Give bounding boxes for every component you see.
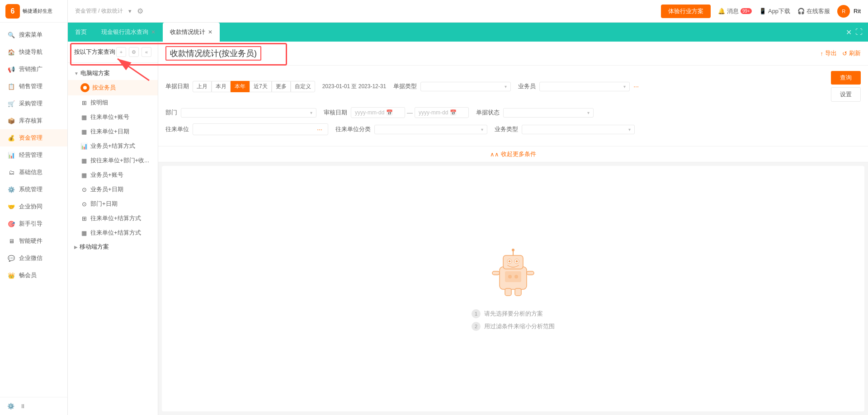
date-tab-thisyear[interactable]: 本年 — [231, 81, 250, 92]
user-name: Rit — [854, 8, 861, 14]
dept-select[interactable]: ▾ — [181, 108, 316, 118]
tree-item-salesperson-settlement[interactable]: 📊 业务员+结算方式 — [68, 139, 158, 153]
filter-row-1: 单据日期 上月 本月 本年 近7天 更多 自定义 2023-01-01 至 20… — [165, 71, 861, 102]
user-avatar: R — [837, 5, 850, 18]
tree-group-desktop-title[interactable]: ▼ 电脑端方案 — [68, 66, 158, 80]
query-button[interactable]: 查询 — [831, 71, 861, 85]
notification-btn[interactable]: 🔔 消息 99+ — [718, 7, 752, 15]
gear-settings-icon[interactable]: ⚙ — [137, 7, 143, 15]
tab-home[interactable]: 首页 — [68, 28, 94, 36]
collapse-panel-btn[interactable]: « — [142, 47, 151, 57]
tab-close-all-icon[interactable]: ✕ — [846, 28, 852, 37]
sidebar-item-wechat[interactable]: 💬 企业微信 — [0, 250, 67, 267]
sidebar-item-purchase[interactable]: 🛒 采购管理 — [0, 95, 67, 112]
biz-type-filter-item: 业务类型 ▾ — [495, 125, 635, 134]
sidebar-item-operations[interactable]: 📊 经营管理 — [0, 146, 67, 164]
sidebar-item-inventory[interactable]: 📦 库存核算 — [0, 112, 67, 129]
chevron-down-icon[interactable]: ▾ — [128, 8, 132, 14]
manage-scheme-btn[interactable]: ⚙ — [129, 47, 139, 57]
settings-button[interactable]: 设置 — [831, 87, 861, 102]
sidebar-item-marketing[interactable]: 📢 营销推广 — [0, 61, 67, 78]
tab-collection-stats[interactable]: 收款情况统计 ✕ — [163, 23, 220, 42]
tree-item-by-detail[interactable]: ⊞ 按明细 — [68, 95, 158, 110]
partner-select[interactable]: ··· — [193, 123, 328, 135]
service-icon: 🎧 — [797, 8, 805, 14]
salesperson-select[interactable]: ▾ — [539, 82, 630, 91]
calendar-icon-1: 📅 — [386, 109, 393, 116]
add-scheme-btn[interactable]: + — [116, 47, 126, 57]
hardware-icon: 🖥 — [7, 237, 15, 245]
tree-group-mobile: ▶ 移动端方案 — [68, 240, 158, 254]
tab-collection-stats-close[interactable]: ✕ — [208, 29, 212, 35]
doc-type-arrow-icon: ▾ — [505, 84, 507, 89]
sidebar-item-basic[interactable]: 🗂 基础信息 — [0, 164, 67, 181]
sidebar-item-system[interactable]: ⚙️ 系统管理 — [0, 181, 67, 198]
header-actions: 体验行业方案 🔔 消息 99+ 📱 App下载 🎧 在线客服 R Rit — [661, 5, 861, 18]
refresh-btn[interactable]: ↺ 刷新 — [842, 49, 861, 57]
tree-item-salesperson-date-label: 业务员+日期 — [90, 185, 123, 193]
online-service-label: 在线客服 — [807, 7, 830, 15]
tab-bank-flow[interactable]: 现金银行流水查询 ✕ — [94, 23, 163, 42]
tree-item-partner-settlement1[interactable]: ⊞ 往来单位+结算方式 — [68, 211, 158, 226]
date-tab-thismonth[interactable]: 本月 — [212, 81, 231, 92]
tab-bank-flow-label: 现金银行流水查询 — [101, 28, 148, 36]
date-tab-last7days[interactable]: 近7天 — [250, 81, 272, 92]
empty-step-2: 2 用过滤条件来缩小分析范围 — [472, 322, 555, 331]
dept-arrow-icon: ▾ — [310, 110, 312, 115]
sidebar-item-quicknav[interactable]: 🏠 快捷导航 — [0, 43, 67, 61]
sidebar-item-finance[interactable]: 💰 资金管理 — [0, 129, 67, 146]
inventory-icon: 📦 — [7, 117, 15, 125]
doc-status-select[interactable]: ▾ — [503, 108, 594, 118]
sidebar-item-sales[interactable]: 📋 销售管理 — [0, 78, 67, 95]
tab-bank-flow-close[interactable]: ✕ — [151, 29, 156, 35]
tree-item-partner-account-label: 往来单位+账号 — [90, 113, 129, 121]
clock-icon-2: ⊙ — [80, 200, 88, 208]
review-date-end-input[interactable]: yyyy-mm-dd 📅 — [415, 107, 469, 118]
settings-bottom-icon[interactable]: ⚙️ — [7, 403, 14, 410]
export-btn[interactable]: ↑ 导出 — [821, 49, 837, 57]
biz-type-select[interactable]: ▾ — [522, 125, 635, 134]
tree-item-partner-account[interactable]: ▦ 往来单位+账号 — [68, 110, 158, 124]
table-icon-1: ▦ — [80, 113, 88, 121]
tree-item-partner-date[interactable]: ▦ 往来单位+日期 — [68, 124, 158, 139]
sidebar: 6 畅捷通好生意 🔍 搜索菜单 🏠 快捷导航 📢 营销推广 📋 销售管理 🛒 采… — [0, 0, 68, 415]
tree-item-salesperson-account[interactable]: ▦ 业务员+账号 — [68, 168, 158, 182]
salesperson-more-icon[interactable]: ··· — [633, 83, 639, 90]
collapse-label: 收起更多条件 — [501, 150, 536, 158]
table-icon-4: ▦ — [80, 171, 88, 179]
pause-icon[interactable]: ⏸ — [20, 403, 26, 410]
date-range-text: 2023-01-01 至 2023-12-31 — [322, 83, 386, 90]
sidebar-item-search[interactable]: 🔍 搜索菜单 — [0, 26, 67, 43]
collapse-row[interactable]: ∧∧ 收起更多条件 — [158, 146, 868, 162]
doc-status-arrow-icon: ▾ — [587, 110, 590, 115]
tree-group-mobile-title[interactable]: ▶ 移动端方案 — [68, 240, 158, 254]
chart-icon: 📊 — [80, 142, 88, 150]
app-download-btn[interactable]: 📱 App下载 — [759, 7, 790, 15]
tab-expand-icon[interactable]: ⛶ — [855, 28, 863, 36]
partner-more-icon[interactable]: ··· — [317, 126, 322, 133]
date-tab-lastmonth[interactable]: 上月 — [193, 81, 212, 92]
partner-category-select[interactable]: ▾ — [374, 125, 487, 134]
tree-item-partner-settlement2[interactable]: ▦ 往来单位+结算方式 — [68, 226, 158, 240]
tree-item-partner-dept-collect[interactable]: ▦ 按往来单位+部门+收... — [68, 153, 158, 168]
app-download-label: App下载 — [768, 7, 790, 15]
review-date-start-input[interactable]: yyyy-mm-dd 📅 — [351, 107, 405, 118]
online-service-btn[interactable]: 🎧 在线客服 — [797, 7, 830, 15]
date-tab-custom[interactable]: 自定义 — [291, 81, 315, 92]
tree-item-by-salesperson[interactable]: 按业务员 — [68, 80, 158, 95]
sidebar-item-hardware[interactable]: 🖥 智能硬件 — [0, 232, 67, 250]
tab-collection-stats-label: 收款情况统计 — [170, 28, 205, 36]
sidebar-logo: 6 畅捷通好生意 — [0, 0, 67, 23]
review-date-end-placeholder: yyyy-mm-dd — [419, 109, 448, 116]
date-tab-more[interactable]: 更多 — [272, 81, 291, 92]
date-label: 单据日期 — [165, 82, 189, 90]
tree-item-partner-settlement1-label: 往来单位+结算方式 — [90, 214, 141, 222]
sidebar-item-enterprise[interactable]: 🤝 企业协同 — [0, 198, 67, 215]
sidebar-item-member[interactable]: 👑 畅会员 — [0, 267, 67, 284]
trial-btn[interactable]: 体验行业方案 — [661, 5, 711, 18]
sidebar-item-guide[interactable]: 🎯 新手引导 — [0, 215, 67, 232]
page-title: 收款情况统计(按业务员) — [165, 46, 261, 61]
tree-item-dept-date[interactable]: ⊙ 部门+日期 — [68, 197, 158, 211]
doc-type-select[interactable]: ▾ — [420, 82, 511, 91]
tree-item-salesperson-date[interactable]: ⊙ 业务员+日期 — [68, 182, 158, 197]
